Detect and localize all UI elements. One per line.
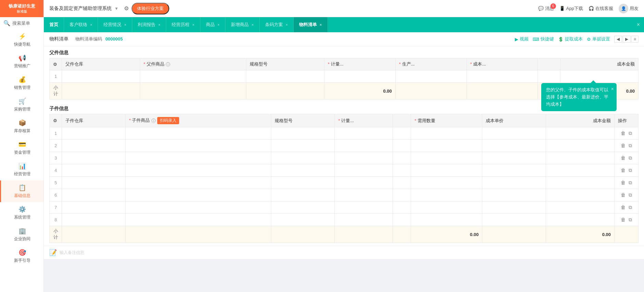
- close-tab-bom[interactable]: ×: [320, 23, 322, 27]
- sidebar-item-quick-nav[interactable]: ⚡ 快捷导航: [0, 29, 44, 51]
- child-spec-1[interactable]: [271, 127, 335, 140]
- close-tab-op-history[interactable]: ×: [192, 23, 194, 27]
- view-action[interactable]: ▶ 视频: [515, 36, 529, 42]
- child-extra-4[interactable]: [393, 164, 411, 177]
- copy-row-1-button[interactable]: ⧉: [628, 130, 633, 137]
- child-product-4[interactable]: [125, 164, 271, 177]
- child-unit-cost-6[interactable]: [482, 189, 546, 201]
- close-all-tabs[interactable]: ×: [633, 22, 644, 28]
- delete-row-3-button[interactable]: 🗑: [620, 154, 627, 161]
- copy-row-2-button[interactable]: ⧉: [628, 142, 633, 149]
- parent-warehouse-1[interactable]: [62, 70, 140, 83]
- tab-new-goods[interactable]: 新增商品 ×: [225, 17, 259, 32]
- child-product-3[interactable]: [125, 152, 271, 164]
- delete-row-4-button[interactable]: 🗑: [620, 167, 627, 174]
- sidebar-item-marketing[interactable]: 📢 营销推广: [0, 51, 44, 72]
- child-unit-4[interactable]: [335, 164, 393, 177]
- child-unit-8[interactable]: [335, 214, 393, 226]
- child-extra-7[interactable]: [393, 201, 411, 214]
- child-unit-cost-4[interactable]: [482, 164, 546, 177]
- child-unit-3[interactable]: [335, 152, 393, 164]
- shortcut-action[interactable]: ⌨ 快捷键: [533, 36, 554, 42]
- child-qty-7[interactable]: [411, 201, 482, 214]
- trial-button[interactable]: 体验行业方案: [132, 3, 169, 14]
- parent-spec-1[interactable]: [246, 70, 324, 83]
- parent-product-1[interactable]: [140, 70, 246, 83]
- delete-row-5-button[interactable]: 🗑: [620, 179, 627, 186]
- child-unit-1[interactable]: [335, 127, 393, 140]
- child-product-1[interactable]: [125, 127, 271, 140]
- copy-row-6-button[interactable]: ⧉: [628, 191, 633, 199]
- child-qty-6[interactable]: [411, 189, 482, 201]
- sidebar-item-finance[interactable]: 💳 资金管理: [0, 137, 44, 159]
- child-extra-2[interactable]: [393, 140, 411, 152]
- delete-row-6-button[interactable]: 🗑: [620, 191, 627, 198]
- child-unit-cost-1[interactable]: [482, 127, 546, 140]
- delete-row-2-button[interactable]: 🗑: [620, 142, 627, 149]
- close-tab-customer[interactable]: ×: [90, 23, 92, 27]
- child-spec-2[interactable]: [271, 140, 335, 152]
- child-warehouse-6[interactable]: [62, 189, 126, 201]
- child-spec-7[interactable]: [271, 201, 335, 214]
- child-qty-5[interactable]: [411, 177, 482, 189]
- delete-row-1-button[interactable]: 🗑: [620, 130, 627, 137]
- sidebar-item-basic[interactable]: 📋 基础信息: [0, 180, 44, 202]
- child-warehouse-5[interactable]: [62, 177, 126, 189]
- online-service-button[interactable]: 🎧 在线客服: [589, 5, 613, 12]
- get-cost-action[interactable]: 💲 提取成本: [558, 36, 583, 42]
- child-unit-7[interactable]: [335, 201, 393, 214]
- single-setting-action[interactable]: ⚙ 单据设置: [587, 36, 610, 42]
- next-page-button[interactable]: ▶: [623, 36, 631, 43]
- parent-col-settings[interactable]: ⚙: [50, 58, 62, 70]
- child-warehouse-2[interactable]: [62, 140, 126, 152]
- child-warehouse-1[interactable]: [62, 127, 126, 140]
- user-menu[interactable]: 👤 用友: [619, 4, 639, 13]
- sidebar-item-guide[interactable]: 🎯 新手引导: [0, 245, 44, 267]
- sidebar-item-system[interactable]: ⚙️ 系统管理: [0, 202, 44, 224]
- close-tab-profit[interactable]: ×: [158, 23, 160, 27]
- sidebar-item-operation[interactable]: 📊 经营管理: [0, 159, 44, 180]
- prev-page-button[interactable]: ◀: [614, 36, 622, 43]
- product-info-icon[interactable]: ⓘ: [165, 62, 170, 67]
- close-tab-barcode[interactable]: ×: [286, 23, 288, 27]
- child-extra-5[interactable]: [393, 177, 411, 189]
- child-unit-cost-7[interactable]: [482, 201, 546, 214]
- child-warehouse-3[interactable]: [62, 152, 126, 164]
- child-qty-2[interactable]: [411, 140, 482, 152]
- child-extra-6[interactable]: [393, 189, 411, 201]
- child-unit-6[interactable]: [335, 189, 393, 201]
- tab-operation-history[interactable]: 经营历程 ×: [166, 17, 200, 32]
- parent-unit-1[interactable]: [324, 70, 396, 83]
- child-qty-4[interactable]: [411, 164, 482, 177]
- child-product-5[interactable]: [125, 177, 271, 189]
- child-spec-4[interactable]: [271, 164, 335, 177]
- sidebar-item-enterprise[interactable]: 🏢 企业协同: [0, 224, 44, 245]
- tab-goods[interactable]: 商品 ×: [200, 17, 225, 32]
- delete-row-7-button[interactable]: 🗑: [620, 204, 627, 211]
- child-warehouse-7[interactable]: [62, 201, 126, 214]
- child-warehouse-4[interactable]: [62, 164, 126, 177]
- child-warehouse-8[interactable]: [62, 214, 126, 226]
- child-spec-5[interactable]: [271, 177, 335, 189]
- copy-row-8-button[interactable]: ⧉: [628, 216, 633, 223]
- child-spec-3[interactable]: [271, 152, 335, 164]
- copy-row-4-button[interactable]: ⧉: [628, 167, 633, 174]
- child-product-info-icon[interactable]: ⓘ: [151, 118, 156, 123]
- child-qty-1[interactable]: [411, 127, 482, 140]
- copy-row-7-button[interactable]: ⧉: [628, 204, 633, 211]
- app-download-button[interactable]: 📱 App下载: [559, 5, 583, 12]
- sidebar-item-purchase[interactable]: 🛒 采购管理: [0, 94, 44, 116]
- delete-row-8-button[interactable]: 🗑: [620, 216, 627, 223]
- tab-operation-status[interactable]: 经营情况 ×: [98, 17, 132, 32]
- search-menu[interactable]: 🔍 搜索菜单: [0, 17, 44, 29]
- child-extra-1[interactable]: [393, 127, 411, 140]
- close-tab-goods[interactable]: ×: [218, 23, 220, 27]
- settings-icon[interactable]: ⚙: [124, 5, 129, 12]
- child-unit-cost-2[interactable]: [482, 140, 546, 152]
- tooltip-close-button[interactable]: ×: [611, 85, 614, 93]
- copy-row-3-button[interactable]: ⧉: [628, 154, 633, 162]
- tab-bom[interactable]: 物料清单 ×: [294, 17, 327, 32]
- close-tab-op-status[interactable]: ×: [124, 23, 126, 27]
- parent-produce-1[interactable]: [395, 70, 467, 83]
- child-unit-cost-3[interactable]: [482, 152, 546, 164]
